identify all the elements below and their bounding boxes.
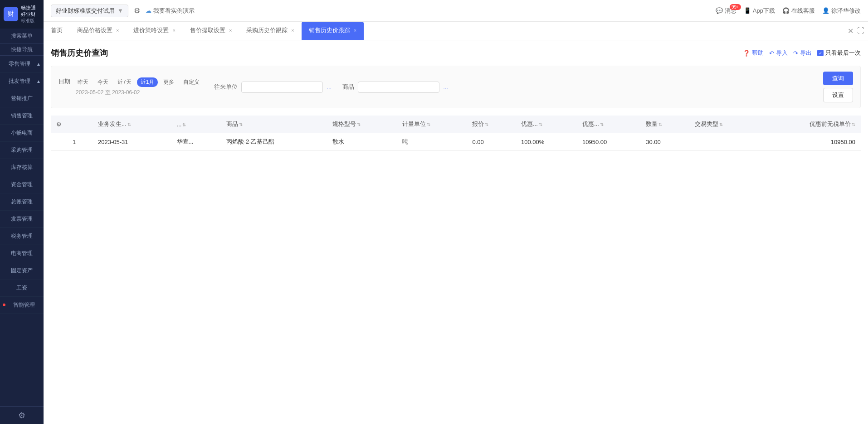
cell-gear — [51, 133, 67, 151]
table-gear-icon[interactable]: ⚙ — [56, 121, 62, 128]
tab-home[interactable]: 首页 — [44, 22, 70, 40]
col-qty[interactable]: 数量⇅ — [640, 116, 689, 133]
goods-more-btn[interactable]: ... — [443, 84, 448, 91]
tab-home-label: 首页 — [51, 26, 63, 34]
help-btn[interactable]: ❓ 帮助 — [743, 49, 764, 57]
sidebar-item-xiaochange[interactable]: 小畅电商 — [0, 125, 44, 142]
tab-close-btn[interactable]: ✕ — [848, 27, 853, 35]
tab-purchase-history-close[interactable]: × — [291, 28, 294, 33]
tab-expand-btn[interactable]: ⛶ — [857, 27, 864, 35]
col-type[interactable]: 交易类型⇅ — [689, 116, 759, 133]
sort-extra-icon: ⇅ — [182, 122, 186, 127]
query-button[interactable]: 查询 — [823, 72, 853, 85]
col-discount2[interactable]: 优惠...⇅ — [577, 116, 640, 133]
cell-seq: 1 — [67, 133, 93, 151]
sidebar-item-tax[interactable]: 税务管理 — [0, 228, 44, 245]
col-discount1[interactable]: 优惠...⇅ — [516, 116, 577, 133]
col-spec[interactable]: 规格型号⇅ — [327, 116, 397, 133]
sidebar-item-assets[interactable]: 固定资产 — [0, 262, 44, 279]
help-icon: ❓ — [743, 50, 750, 57]
col-date[interactable]: 业务发生...⇅ — [93, 116, 171, 133]
sidebar-item-purchase[interactable]: 采购管理 — [0, 142, 44, 159]
sidebar-item-retail[interactable]: 零售管理 ▲ — [0, 56, 44, 73]
date-custom-btn[interactable]: 自定义 — [180, 77, 203, 87]
tab-sale-history[interactable]: 销售历史价跟踪 × — [302, 22, 364, 40]
tab-sale-history-close[interactable]: × — [354, 28, 356, 33]
tab-purchase-history-label: 采购历史价跟踪 — [246, 26, 288, 34]
logo-text: 畅捷通好业财 — [21, 5, 40, 18]
settings-button[interactable]: 设置 — [823, 88, 853, 102]
data-table: ⚙ 业务发生...⇅ ...⇅ 商品⇅ 规格型号⇅ — [51, 116, 861, 151]
sidebar-item-inventory[interactable]: 库存核算 — [0, 159, 44, 176]
filter-btn-group: 查询 设置 — [823, 72, 853, 102]
demo-btn[interactable]: ☁ 我要看实例演示 — [146, 7, 195, 15]
tab-sale-extract[interactable]: 售价提取设置 × — [183, 22, 239, 40]
sidebar-item-marketing[interactable]: 营销推广 — [0, 90, 44, 107]
date-today-btn[interactable]: 今天 — [94, 77, 112, 87]
tab-sale-extract-close[interactable]: × — [229, 28, 232, 33]
col-pretax[interactable]: 优惠前无税单价⇅ — [759, 116, 861, 133]
only-last-checkbox[interactable]: ✓ 只看最后一次 — [817, 49, 861, 57]
page-actions: ❓ 帮助 ↶ 导入 ↷ 导出 ✓ 只看最后一次 — [743, 49, 861, 57]
sidebar-footer-gear[interactable]: ⚙ — [0, 406, 44, 424]
message-icon: 💬 — [716, 7, 723, 14]
source-filter-input[interactable] — [241, 82, 323, 93]
source-more-btn[interactable]: ... — [327, 84, 332, 91]
source-filter-label: 往来单位 — [214, 83, 238, 91]
online-service-btn[interactable]: 🎧 在线客服 — [782, 7, 815, 15]
tab-sale-extract-label: 售价提取设置 — [190, 26, 225, 34]
sidebar-item-salary[interactable]: 工资 — [0, 279, 44, 297]
col-price[interactable]: 报价⇅ — [467, 116, 516, 133]
date-yesterday-btn[interactable]: 昨天 — [74, 77, 92, 87]
date-range-text: 2023-05-02 至 2023-06-02 — [76, 89, 203, 96]
message-btn[interactable]: 💬 消息 99+ — [716, 7, 736, 15]
sidebar-item-wholesale[interactable]: 批发管理 ▲ — [0, 73, 44, 90]
export-btn[interactable]: ↷ 导出 — [793, 49, 812, 57]
goods-filter-input[interactable] — [358, 82, 439, 93]
sidebar-item-invoice[interactable]: 发票管理 — [0, 211, 44, 228]
date-more-btn[interactable]: 更多 — [160, 77, 178, 87]
user-menu-btn[interactable]: 👤 徐泽华修改 — [822, 7, 861, 15]
demo-label: 我要看实例演示 — [153, 7, 195, 15]
tab-purchase-strategy[interactable]: 进价策略设置 × — [126, 22, 182, 40]
tab-price[interactable]: 商品价格设置 × — [70, 22, 126, 40]
col-extra[interactable]: ...⇅ — [171, 116, 221, 133]
app-label: App下载 — [753, 7, 775, 15]
sidebar-item-account[interactable]: 总账管理 — [0, 193, 44, 211]
import-btn[interactable]: ↶ 导入 — [769, 49, 788, 57]
sidebar-item-ecommerce[interactable]: 电商管理 — [0, 245, 44, 262]
col-goods[interactable]: 商品⇅ — [221, 116, 327, 133]
settings-icon[interactable]: ⚙ — [134, 6, 140, 15]
phone-icon: 📱 — [744, 7, 751, 14]
cell-unit: 吨 — [397, 133, 467, 151]
tab-price-label: 商品价格设置 — [77, 26, 112, 34]
sidebar-logo: 财 畅捷通好业财 标准版 — [0, 0, 44, 29]
date-last1m-btn[interactable]: 近1月 — [137, 77, 158, 87]
sidebar-item-sales[interactable]: 销售管理 — [0, 107, 44, 125]
environment-label: 好业财标准版交付试用 — [56, 7, 115, 15]
import-label: 导入 — [776, 49, 788, 57]
environment-selector[interactable]: 好业财标准版交付试用 ▼ — [51, 5, 128, 17]
cell-qty: 30.00 — [640, 133, 689, 151]
sidebar-quick-nav[interactable]: 快捷导航 — [0, 44, 44, 56]
sort-unit-icon: ⇅ — [427, 122, 430, 127]
sidebar-item-capital[interactable]: 资金管理 — [0, 176, 44, 193]
topbar: 好业财标准版交付试用 ▼ ⚙ ☁ 我要看实例演示 💬 消息 99+ 📱 App下… — [44, 0, 868, 22]
tab-purchase-history[interactable]: 采购历史价跟踪 × — [239, 22, 301, 40]
date-last7-btn[interactable]: 近7天 — [114, 77, 135, 87]
page-content: 销售历史价查询 ❓ 帮助 ↶ 导入 ↷ 导出 ✓ 只看最后一次 — [44, 40, 868, 424]
checkbox-icon: ✓ — [817, 50, 824, 56]
col-seq — [67, 116, 93, 133]
col-gear: ⚙ — [51, 116, 67, 133]
app-download-btn[interactable]: 📱 App下载 — [744, 7, 775, 15]
sidebar-search[interactable]: 搜索菜单 — [0, 29, 44, 44]
sort-pretax-icon: ⇅ — [852, 122, 855, 127]
message-badge: 99+ — [730, 4, 741, 10]
logo-sub: 标准版 — [21, 18, 40, 24]
tab-price-close[interactable]: × — [116, 28, 119, 33]
tab-purchase-strategy-close[interactable]: × — [172, 28, 175, 33]
sidebar-item-smart[interactable]: 智能管理 — [0, 297, 44, 314]
col-unit[interactable]: 计量单位⇅ — [397, 116, 467, 133]
cloud-icon: ☁ — [146, 7, 151, 14]
retail-arrow-icon: ▲ — [36, 62, 41, 67]
